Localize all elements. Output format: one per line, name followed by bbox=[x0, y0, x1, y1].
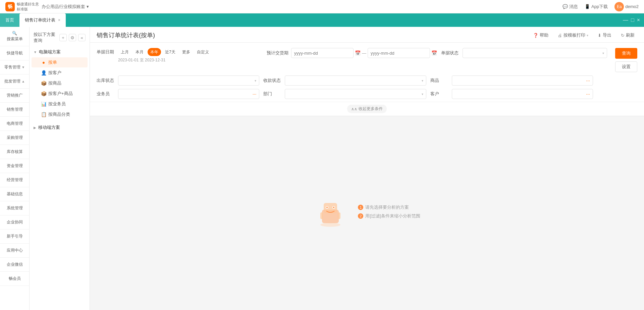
collapse-btn[interactable]: ∧∧ 收起更多条件 bbox=[347, 105, 387, 113]
tab-close-btn[interactable]: × bbox=[637, 17, 640, 23]
filter-settings-btn[interactable]: ⚙ bbox=[69, 34, 76, 41]
retail-arrow: ▼ bbox=[21, 65, 25, 69]
refresh-btn[interactable]: ↻ 刷新 bbox=[618, 31, 637, 40]
tab-bar: 首页 销售订单统计表 × — □ × bbox=[0, 13, 644, 27]
filter-group-pc-title[interactable]: ▼ 电脑端方案 bbox=[30, 47, 90, 57]
sidebar-item-marketing[interactable]: 营销推广 bbox=[0, 89, 29, 103]
template-print-btn[interactable]: 🖨 按模板打印 ▾ bbox=[555, 31, 591, 40]
svg-point-6 bbox=[333, 207, 334, 208]
breadcrumb-selector[interactable]: 办公用品行业模拟账套 ▾ bbox=[42, 4, 89, 10]
date-separator: — bbox=[362, 51, 366, 56]
filter-item-by-goods-category[interactable]: 📋 按商品分类 bbox=[32, 109, 88, 119]
filter-item-by-salesperson[interactable]: 📊 按业务员 bbox=[32, 99, 88, 109]
template-print-label: 按模板打印 bbox=[564, 32, 585, 38]
tab-close-icon[interactable]: × bbox=[58, 18, 60, 22]
btn-more[interactable]: 更多 bbox=[179, 48, 193, 56]
sidebar-item-basic[interactable]: 基础信息 bbox=[0, 187, 29, 201]
filter-collapse-btn[interactable]: « bbox=[78, 34, 86, 41]
goods-more-btn[interactable]: ··· bbox=[586, 78, 590, 83]
department-select[interactable]: ▾ bbox=[285, 89, 426, 99]
refresh-icon: ↻ bbox=[621, 33, 625, 38]
sidebar-item-wholesale[interactable]: 批发管理 ▲ bbox=[0, 74, 29, 89]
message-label: 消息 bbox=[569, 4, 578, 10]
query-btn[interactable]: 查询 bbox=[615, 48, 637, 59]
bill-date-range-text: 2023-01-01 至 2023-12-31 bbox=[118, 57, 165, 63]
settings-btn[interactable]: 设置 bbox=[615, 61, 637, 72]
tab-home[interactable]: 首页 bbox=[0, 13, 19, 27]
sidebar-item-operation[interactable]: 经营管理 bbox=[0, 173, 29, 187]
sidebar-item-newbie[interactable]: 新手引导 bbox=[0, 229, 29, 244]
tab-home-label: 首页 bbox=[5, 17, 14, 23]
by-order-icon: ● bbox=[41, 60, 46, 65]
sidebar-item-app-center[interactable]: 应用中心 bbox=[0, 244, 29, 258]
svg-rect-7 bbox=[320, 212, 323, 219]
bill-status-select[interactable]: ▾ bbox=[463, 48, 607, 58]
sidebar-item-member[interactable]: 畅会员 bbox=[0, 272, 29, 286]
search-icon: 🔍 bbox=[12, 31, 17, 36]
date-from-icon[interactable]: 📅 bbox=[355, 50, 361, 56]
btn-last-7days[interactable]: 近7天 bbox=[162, 48, 178, 56]
filter-group-mobile: ▶ 移动端方案 bbox=[30, 121, 90, 134]
newbie-label: 新手引导 bbox=[7, 234, 23, 239]
collapse-icon: ∧∧ bbox=[351, 107, 357, 111]
tip-num-1: 1 bbox=[358, 205, 363, 210]
enterprise-label: 企业协同 bbox=[7, 220, 23, 224]
sidebar-search-label: 搜索菜单 bbox=[3, 36, 26, 42]
sidebar-quick-nav[interactable]: 快捷导航 bbox=[0, 46, 29, 60]
tab-minimize-btn[interactable]: — bbox=[623, 17, 628, 23]
sidebar-search[interactable]: 🔍 搜索菜单 bbox=[0, 27, 29, 46]
btn-this-year[interactable]: 本年 bbox=[148, 48, 161, 56]
btn-custom[interactable]: 自定义 bbox=[194, 48, 212, 56]
sidebar-item-enterprise[interactable]: 企业协同 bbox=[0, 215, 29, 229]
app-download-action[interactable]: 📱 App下载 bbox=[585, 4, 608, 10]
customer-label: 客户 bbox=[430, 91, 449, 97]
expected-delivery-to[interactable] bbox=[368, 48, 430, 58]
sidebar-item-sales[interactable]: 销售管理 bbox=[0, 103, 29, 117]
message-icon: 💬 bbox=[562, 4, 568, 9]
sidebar-item-finance[interactable]: 资金管理 bbox=[0, 159, 29, 173]
template-print-arrow: ▾ bbox=[587, 34, 588, 37]
breadcrumb-arrow: ▾ bbox=[87, 4, 89, 9]
tab-maximize-btn[interactable]: □ bbox=[631, 17, 634, 23]
salesperson-more-btn[interactable]: ··· bbox=[253, 91, 257, 97]
sidebar-item-retail[interactable]: 零售管理 ▼ bbox=[0, 60, 29, 74]
by-salesperson-icon: 📊 bbox=[41, 101, 46, 107]
message-action[interactable]: 💬 消息 bbox=[562, 4, 578, 10]
btn-prev-month[interactable]: 上月 bbox=[118, 48, 131, 56]
tab-sales-stat[interactable]: 销售订单统计表 × bbox=[19, 13, 66, 27]
export-btn[interactable]: ⬇ 导出 bbox=[595, 31, 614, 40]
filter-group-pc: ▼ 电脑端方案 ● 按单 👤 按客户 📦 按商品 📦 按客户+商品 bbox=[30, 46, 90, 121]
filter-item-by-customer[interactable]: 👤 按客户 bbox=[32, 68, 88, 78]
sidebar-item-system[interactable]: 系统管理 bbox=[0, 201, 29, 215]
customer-more-btn[interactable]: ··· bbox=[586, 91, 590, 97]
date-to-icon[interactable]: 📅 bbox=[431, 50, 437, 56]
filter-add-btn[interactable]: + bbox=[59, 34, 67, 41]
sidebar-item-inventory[interactable]: 库存核算 bbox=[0, 145, 29, 159]
filter-panel: 按以下方案查询 + ⚙ « ▼ 电脑端方案 ● 按单 👤 按客户 bbox=[30, 27, 90, 310]
filter-group-mobile-title[interactable]: ▶ 移动端方案 bbox=[30, 122, 90, 133]
by-goods-label: 按商品 bbox=[48, 80, 61, 86]
help-btn[interactable]: ❓ 帮助 bbox=[530, 31, 551, 40]
filter-group-mobile-label: 移动端方案 bbox=[38, 124, 60, 131]
purchase-label: 采购管理 bbox=[7, 135, 23, 140]
filter-item-by-order[interactable]: ● 按单 bbox=[32, 57, 88, 67]
by-goods-category-icon: 📋 bbox=[41, 112, 46, 117]
export-icon: ⬇ bbox=[598, 33, 601, 38]
payment-status-select[interactable]: ▾ bbox=[285, 75, 426, 86]
expected-delivery-from[interactable] bbox=[291, 48, 354, 58]
user-name: demo2 bbox=[625, 4, 639, 9]
filter-item-by-goods[interactable]: 📦 按商品 bbox=[32, 78, 88, 88]
wholesale-label: 批发管理 bbox=[4, 79, 20, 84]
delivery-status-select[interactable]: ▾ bbox=[118, 75, 259, 86]
filter-item-by-customer-goods[interactable]: 📦 按客户+商品 bbox=[32, 89, 88, 99]
btn-this-month[interactable]: 本月 bbox=[133, 48, 146, 56]
svg-rect-2 bbox=[324, 203, 337, 213]
system-label: 系统管理 bbox=[7, 206, 23, 210]
sidebar-item-purchase[interactable]: 采购管理 bbox=[0, 131, 29, 145]
filter-group-pc-caret: ▼ bbox=[34, 50, 37, 54]
date-quick-btns: 上月 本月 本年 近7天 更多 自定义 bbox=[118, 48, 212, 56]
sidebar-item-corp-wechat[interactable]: 企业微信 bbox=[0, 258, 29, 272]
sidebar-item-ecommerce[interactable]: 电商管理 bbox=[0, 117, 29, 131]
by-order-label: 按单 bbox=[48, 59, 57, 65]
user-action[interactable]: Ea demo2 bbox=[614, 2, 639, 11]
